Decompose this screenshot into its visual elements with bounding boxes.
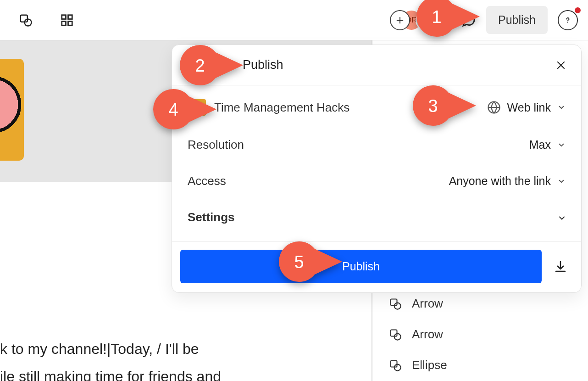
chevron-down-icon [557,103,566,112]
add-collaborator-button[interactable] [390,10,410,30]
svg-rect-9 [391,330,397,336]
download-icon[interactable] [554,260,567,274]
chevron-down-icon [557,141,566,149]
collaborator-avatars[interactable]: DR [390,10,451,31]
settings-label: Settings [188,210,235,224]
svg-rect-0 [21,15,28,22]
top-toolbar: DR Publish [0,0,588,40]
design-thumbnail[interactable] [0,59,24,161]
list-item-label: Ellipse [412,358,447,372]
globe-icon [487,101,501,114]
document-name: Time Management Hacks [214,101,349,115]
access-label: Access [188,174,226,188]
shape-layer-icon [389,297,402,310]
svg-point-6 [567,22,568,23]
chat-icon[interactable] [461,13,476,28]
close-icon[interactable] [555,60,566,71]
shape-layer-icon [389,359,402,372]
popover-title: Publish [187,58,283,72]
resolution-row[interactable]: Resolution Max [172,127,581,163]
svg-point-12 [394,364,401,370]
help-button[interactable] [558,10,578,30]
svg-rect-5 [68,21,72,25]
access-value: Anyone with the link [449,174,551,188]
svg-point-8 [394,303,401,309]
svg-rect-3 [68,15,72,19]
share-method-value: Web link [507,101,551,114]
list-item[interactable]: Ellipse [372,350,588,381]
resolution-label: Resolution [188,138,244,152]
svg-point-10 [394,333,401,340]
access-row[interactable]: Access Anyone with the link [172,163,581,199]
list-item[interactable]: Arrow [372,319,588,350]
share-method-select[interactable]: Web link [487,101,566,114]
svg-rect-7 [391,299,397,305]
list-item-label: Arrow [412,297,443,311]
list-item[interactable]: Arrow [372,288,588,319]
shape-layer-icon [389,328,402,341]
avatar[interactable] [430,10,451,31]
resolution-value: Max [529,138,551,151]
doc-text-line: k to my channel!|Today, / I'll be [0,341,199,357]
document-row: Time Management Hacks Web link [172,85,581,127]
document-thumbnail [188,99,206,116]
publish-submit-button[interactable]: Publish [180,250,542,283]
publish-popover: Publish Time Management Hacks Web link R… [172,45,582,293]
list-item-label: Arrow [412,327,443,342]
settings-row[interactable]: Settings [172,199,581,241]
grid-view-icon[interactable] [60,13,74,28]
document-body[interactable]: k to my channel!|Today, / I'll be ile st… [0,335,221,381]
publish-button[interactable]: Publish [486,6,548,34]
chevron-down-icon [557,177,566,185]
svg-rect-11 [391,360,397,367]
chevron-down-icon [557,213,566,222]
svg-rect-4 [62,21,66,25]
shape-tool-icon[interactable] [18,13,33,28]
svg-rect-2 [62,15,66,19]
doc-text-line: ile still making time for friends and [0,368,221,381]
